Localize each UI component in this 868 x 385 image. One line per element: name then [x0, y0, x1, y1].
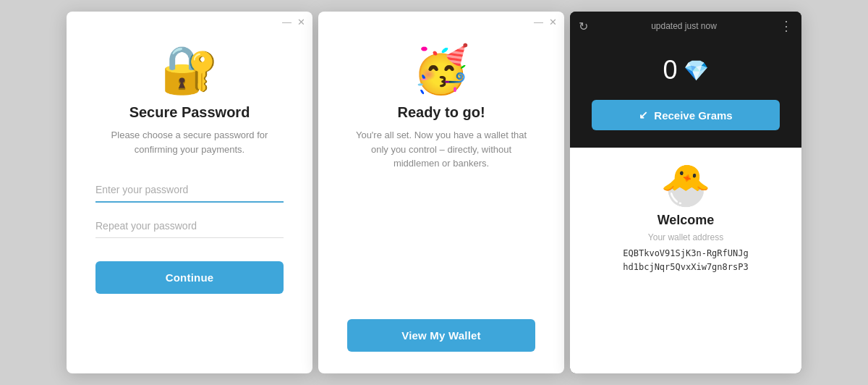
addr-line-1: EQBTkvoV91SjK3n-RgRfUNJg [623, 248, 748, 258]
close-button-1[interactable]: ✕ [297, 17, 305, 27]
password-title: Secure Password [129, 104, 250, 121]
receive-button[interactable]: ↙ Receive Grams [592, 100, 780, 130]
continue-button[interactable]: Continue [95, 261, 284, 294]
diamond-icon: 💎 [684, 59, 709, 82]
close-button-2[interactable]: ✕ [549, 17, 557, 27]
password-subtitle: Please choose a secure password for conf… [95, 128, 284, 156]
party-emoji: 🥳 [412, 46, 470, 93]
repeat-input-group [95, 214, 284, 238]
wallet-titlebar: ↻ updated just now ⋮ [570, 12, 801, 41]
repeat-password-input[interactable] [95, 214, 284, 237]
addr-label: Your wallet address [648, 232, 723, 242]
ready-panel: — ✕ 🥳 Ready to go! You're all set. Now y… [318, 12, 564, 373]
balance-amount: 0 [663, 55, 677, 85]
ready-title: Ready to go! [397, 104, 485, 121]
addr-line-2: hd1bcjNqr5QvxXiw7gn8rsP3 [623, 262, 748, 272]
wallet-balance-section: 0 💎 ↙ Receive Grams [570, 41, 801, 148]
lock-emoji: 🔐 [161, 46, 218, 93]
view-wallet-button[interactable]: View My Wallet [347, 319, 535, 352]
ready-subtitle: You're all set. Now you have a wallet th… [347, 128, 535, 171]
minimize-button-1[interactable]: — [282, 17, 292, 27]
ready-content: 🥳 Ready to go! You're all set. Now you h… [318, 32, 564, 373]
updated-text: updated just now [651, 21, 717, 31]
titlebar-2: — ✕ [318, 12, 564, 32]
password-content: 🔐 Secure Password Please choose a secure… [67, 32, 312, 373]
password-input[interactable] [95, 178, 284, 201]
titlebar-1: — ✕ [67, 12, 312, 32]
menu-icon[interactable]: ⋮ [780, 18, 793, 34]
minimize-button-2[interactable]: — [534, 17, 543, 27]
password-panel: — ✕ 🔐 Secure Password Please choose a se… [67, 12, 312, 373]
receive-label: Receive Grams [654, 109, 732, 122]
password-input-group [95, 178, 284, 203]
wallet-panel: ↻ updated just now ⋮ 0 💎 ↙ Receive Grams… [570, 12, 801, 373]
refresh-icon[interactable]: ↻ [579, 20, 588, 33]
welcome-title: Welcome [658, 213, 715, 228]
wallet-welcome-section: 🐣 Welcome Your wallet address EQBTkvoV91… [570, 148, 801, 373]
receive-arrow-icon: ↙ [639, 109, 648, 122]
wallet-balance: 0 💎 [663, 55, 708, 85]
wallet-address: EQBTkvoV91SjK3n-RgRfUNJg hd1bcjNqr5QvxXi… [623, 247, 748, 274]
chick-emoji: 🐣 [660, 165, 711, 206]
